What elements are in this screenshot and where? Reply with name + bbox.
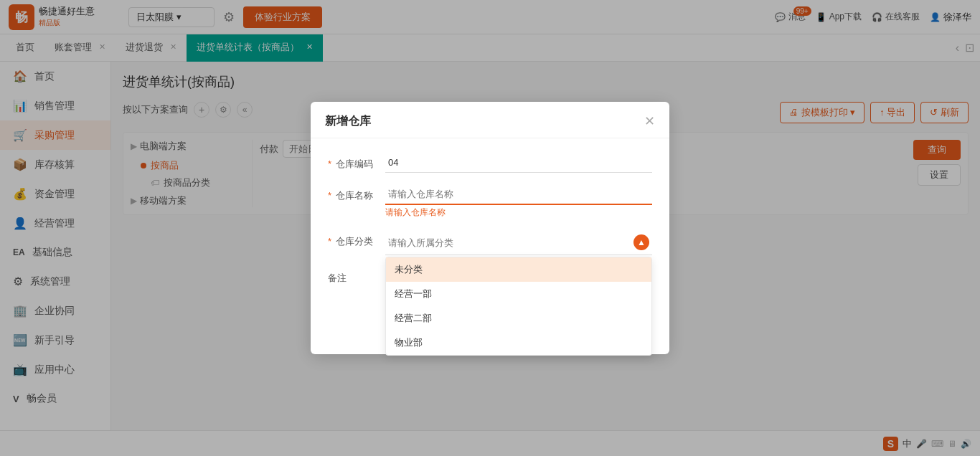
dialog-header: 新增仓库 ✕	[311, 102, 669, 138]
new-warehouse-dialog: 新增仓库 ✕ * 仓库编码 * 仓库名称	[311, 102, 669, 354]
category-chevron-icon[interactable]: ▲	[633, 234, 649, 250]
name-required-mark: *	[328, 190, 331, 201]
name-error-msg: 请输入仓库名称	[385, 206, 652, 219]
dropdown-item-dept1[interactable]: 经营一部	[386, 282, 651, 306]
category-input[interactable]	[388, 237, 633, 248]
dialog-title: 新增仓库	[325, 114, 371, 129]
category-field: ▲ 未分类 经营一部 经营二部 物业部	[385, 230, 652, 255]
dialog-close-btn[interactable]: ✕	[644, 113, 655, 129]
name-field-row: * 仓库名称 请输入仓库名称	[328, 184, 652, 219]
code-field	[385, 153, 652, 173]
note-label: 备注	[328, 267, 385, 285]
name-field: 请输入仓库名称	[385, 184, 652, 219]
dropdown-item-facility[interactable]: 物业部	[386, 331, 651, 355]
dropdown-item-dept2[interactable]: 经营二部	[386, 306, 651, 331]
category-label: * 仓库分类	[328, 230, 385, 248]
category-required-mark: *	[328, 236, 331, 247]
modal-overlay: 新增仓库 ✕ * 仓库编码 * 仓库名称	[0, 0, 980, 456]
category-select-wrap[interactable]: ▲	[385, 230, 652, 255]
dialog-body: * 仓库编码 * 仓库名称 请输入仓库名称	[311, 138, 669, 313]
warehouse-code-input[interactable]	[385, 153, 652, 173]
warehouse-name-input[interactable]	[385, 184, 652, 205]
code-field-row: * 仓库编码	[328, 153, 652, 173]
code-required-mark: *	[328, 158, 331, 169]
dropdown-item-none[interactable]: 未分类	[386, 257, 651, 282]
category-field-row: * 仓库分类 ▲ 未分类 经营一部	[328, 230, 652, 255]
name-label: * 仓库名称	[328, 184, 385, 202]
code-label: * 仓库编码	[328, 153, 385, 171]
category-dropdown: 未分类 经营一部 经营二部 物业部	[385, 257, 652, 356]
